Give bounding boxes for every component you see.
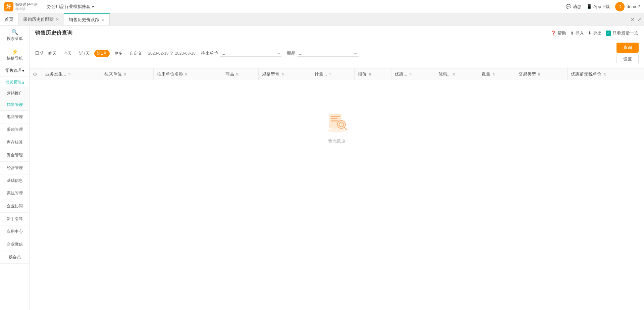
logo-area: 好 畅捷通好生意 标准版 bbox=[4, 2, 38, 11]
page-header: 销售历史价查询 ❓ 帮助 ⬆ 导入 ⬇ 导出 ✓ bbox=[30, 25, 644, 68]
sort-icon-biz-date[interactable]: ⇅ bbox=[68, 72, 71, 76]
sort-icon-unit[interactable]: ⇅ bbox=[329, 72, 332, 76]
partner-label: 往来单位 bbox=[201, 50, 218, 56]
date-btn-yesterday[interactable]: 昨天 bbox=[46, 50, 59, 57]
sidebar-item-wechat[interactable]: 企业微信 bbox=[0, 238, 29, 251]
page-title-row: 销售历史价查询 ❓ 帮助 ⬆ 导入 ⬇ 导出 ✓ bbox=[35, 30, 639, 37]
sidebar-item-retail-mgmt[interactable]: 零售管理 ▾ bbox=[0, 65, 29, 76]
message-icon: 💬 bbox=[566, 4, 571, 9]
sort-icon-partner-code[interactable]: ⇅ bbox=[124, 72, 126, 76]
user-area[interactable]: D demo2 bbox=[615, 2, 640, 11]
date-btn-today[interactable]: 今天 bbox=[61, 50, 74, 57]
help-button[interactable]: ❓ 帮助 bbox=[551, 30, 566, 36]
sort-icon-spec[interactable]: ⇅ bbox=[281, 72, 284, 76]
sidebar-item-marketing[interactable]: 营销推广 bbox=[0, 88, 29, 99]
sort-icon-quantity[interactable]: ⇅ bbox=[492, 72, 495, 76]
sidebar-item-quick-nav[interactable]: ⚡ 快捷导航 bbox=[0, 45, 29, 65]
close-sales-tab[interactable]: ✕ bbox=[101, 17, 105, 22]
sort-icon-product[interactable]: ⇅ bbox=[236, 72, 238, 76]
partner-filter-group: 往来单位 ··· bbox=[201, 50, 281, 57]
sidebar-item-finance[interactable]: 资金管理 bbox=[0, 149, 29, 162]
col-biz-date: 业务发生... ⇅ bbox=[42, 68, 101, 80]
col-product: 商品 ⇅ bbox=[222, 68, 259, 80]
data-table: ⚙ 业务发生... ⇅ 往来单位 ⇅ 往来单位名称 ⇅ bbox=[30, 68, 644, 80]
sidebar-item-operations[interactable]: 经营管理 bbox=[0, 162, 29, 174]
sidebar-item-member[interactable]: 畅会员 bbox=[0, 251, 29, 264]
sort-icon-price-no-tax[interactable]: ⇅ bbox=[603, 72, 606, 76]
col-partner-name: 往来单位名称 ⇅ bbox=[153, 68, 222, 80]
sort-icon-trade-type[interactable]: ⇅ bbox=[538, 72, 540, 76]
settings-button[interactable]: 设置 bbox=[616, 54, 639, 64]
top-bar-right: 💬 消息 📱 App下载 D demo2 bbox=[566, 2, 640, 11]
app-selector[interactable]: 办公用品行业模拟账套 ▾ bbox=[47, 4, 94, 10]
sidebar-item-inventory[interactable]: 库存核算 bbox=[0, 136, 29, 149]
sort-icon-discount2[interactable]: ⇅ bbox=[452, 72, 455, 76]
download-icon: 📱 bbox=[587, 4, 592, 9]
col-discount2: 优惠... ⇅ bbox=[435, 68, 478, 80]
sidebar-item-newbie[interactable]: 新手引导 bbox=[0, 213, 29, 225]
tab-home[interactable]: 首页 bbox=[0, 13, 18, 25]
col-unit: 计量... ⇅ bbox=[311, 68, 355, 80]
content-area: 销售历史价查询 ❓ 帮助 ⬆ 导入 ⬇ 导出 ✓ bbox=[30, 25, 644, 310]
date-range-display: 2023-02-18 至 2023-03-18 bbox=[148, 51, 195, 56]
col-quote-price: 报价 ⇅ bbox=[355, 68, 391, 80]
tab-bar: 首页 采购历史价跟踪 ✕ 销售历史价跟踪 ✕ ✕ ⤢ bbox=[0, 13, 644, 25]
product-filter-group: 商品 ··· bbox=[287, 50, 359, 57]
chevron-up-icon: ▴ bbox=[22, 80, 24, 85]
gear-icon[interactable]: ⚙ bbox=[33, 71, 37, 77]
svg-rect-4 bbox=[331, 120, 339, 121]
col-quantity: 数量 ⇅ bbox=[478, 68, 515, 80]
avatar: D bbox=[615, 2, 625, 11]
sort-icon-quote-price[interactable]: ⇅ bbox=[369, 72, 371, 76]
close-purchase-tab[interactable]: ✕ bbox=[56, 17, 59, 22]
app-download-button[interactable]: 📱 App下载 bbox=[587, 4, 610, 10]
main-layout: 🔍 搜索菜单 ⚡ 快捷导航 零售管理 ▾ 批发管理 ▴ 营销推广 销售管理 电商… bbox=[0, 25, 644, 310]
date-label: 日期 bbox=[35, 50, 44, 56]
sidebar-item-search-menu[interactable]: 🔍 搜索菜单 bbox=[0, 25, 29, 45]
tab-actions: ✕ ⤢ bbox=[631, 13, 644, 25]
empty-icon bbox=[323, 107, 350, 134]
filter-buttons: 查询 设置 bbox=[616, 43, 639, 64]
sidebar-item-purchase-mgmt[interactable]: 采购管理 bbox=[0, 123, 29, 136]
empty-text: 暂无数据 bbox=[328, 138, 345, 144]
export-button[interactable]: ⬇ 导出 bbox=[588, 30, 602, 36]
svg-rect-3 bbox=[331, 118, 337, 119]
col-gear: ⚙ bbox=[30, 68, 42, 80]
date-filter-group: 日期 昨天 今天 近7天 近1月 更多 自定义 2023-02-18 至 202… bbox=[35, 50, 196, 57]
help-icon: ❓ bbox=[551, 31, 556, 36]
date-btn-1month[interactable]: 近1月 bbox=[94, 50, 110, 57]
sort-icon-discount1[interactable]: ⇅ bbox=[409, 72, 412, 76]
page-title: 销售历史价查询 bbox=[35, 30, 72, 37]
partner-more-icon[interactable]: ··· bbox=[277, 51, 280, 56]
product-input[interactable] bbox=[299, 51, 353, 56]
checkbox-icon: ✓ bbox=[606, 31, 611, 36]
sidebar-item-wholesale-mgmt[interactable]: 批发管理 ▴ bbox=[0, 76, 29, 88]
product-input-wrapper: ··· bbox=[298, 50, 359, 57]
top-bar-left: 好 畅捷通好生意 标准版 办公用品行业模拟账套 ▾ bbox=[4, 2, 94, 11]
tab-purchase[interactable]: 采购历史价跟踪 ✕ bbox=[18, 13, 64, 25]
product-more-icon[interactable]: ··· bbox=[354, 51, 357, 56]
sidebar-item-enterprise[interactable]: 企业协同 bbox=[0, 200, 29, 213]
partner-input[interactable] bbox=[222, 51, 275, 56]
date-btn-custom[interactable]: 自定义 bbox=[127, 50, 145, 57]
col-spec: 规格型号 ⇅ bbox=[259, 68, 311, 80]
partner-input-wrapper: ··· bbox=[220, 50, 281, 57]
import-button[interactable]: ⬆ 导入 bbox=[570, 30, 584, 36]
sort-icon-partner-name[interactable]: ⇅ bbox=[185, 72, 187, 76]
export-icon: ⬇ bbox=[588, 31, 592, 36]
query-button[interactable]: 查询 bbox=[616, 43, 639, 53]
sidebar-item-sales-mgmt[interactable]: 销售管理 bbox=[0, 99, 29, 111]
maximize-button[interactable]: ⤢ bbox=[637, 17, 641, 22]
date-btn-more[interactable]: 更多 bbox=[112, 50, 125, 57]
table-header-row: ⚙ 业务发生... ⇅ 往来单位 ⇅ 往来单位名称 ⇅ bbox=[30, 68, 644, 80]
close-all-tabs-button[interactable]: ✕ bbox=[631, 17, 635, 22]
sidebar-item-basic-info[interactable]: 基础信息 bbox=[0, 174, 29, 187]
date-btn-7days[interactable]: 近7天 bbox=[76, 50, 92, 57]
tab-sales[interactable]: 销售历史价跟踪 ✕ bbox=[64, 13, 110, 25]
sidebar-item-system[interactable]: 系统管理 bbox=[0, 187, 29, 200]
sidebar-item-app-center[interactable]: 应用中心 bbox=[0, 225, 29, 238]
message-button[interactable]: 💬 消息 bbox=[566, 4, 581, 10]
only-last-checkbox[interactable]: ✓ 只看最后一次 bbox=[606, 30, 639, 36]
col-price-no-tax: 优惠前无税单价 ⇅ bbox=[568, 68, 644, 80]
sidebar-item-ecommerce[interactable]: 电商管理 bbox=[0, 111, 29, 123]
